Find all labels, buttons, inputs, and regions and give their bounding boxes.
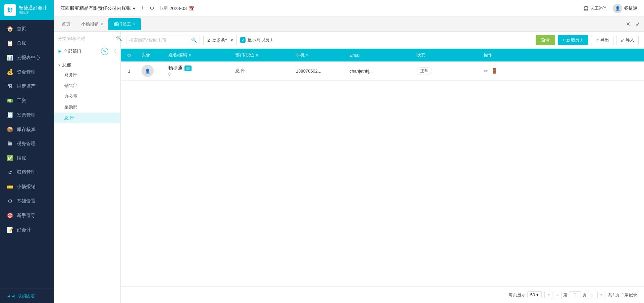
- edit-employee-btn[interactable]: ✏: [484, 68, 488, 74]
- settings-icon: ⚙: [7, 198, 13, 204]
- tax-icon: 🏛: [7, 141, 13, 147]
- sidebar-item-funds[interactable]: 💰 资金管理: [0, 65, 54, 79]
- add-company-btn[interactable]: +: [141, 5, 144, 12]
- dept-item-sales[interactable]: 销售部: [54, 80, 120, 91]
- company-settings-btn[interactable]: ⚙: [150, 5, 154, 11]
- company-selector[interactable]: 江西服宝精品有限责任公司内账张 ▾: [60, 5, 135, 11]
- search-icon[interactable]: 🔍: [191, 37, 197, 43]
- row-actions: ✏ 🚪: [480, 61, 644, 81]
- dept-item-general[interactable]: 总 部: [54, 113, 120, 123]
- tab-home[interactable]: 首页: [56, 18, 76, 30]
- chevron-down-icon: ▾: [133, 6, 135, 11]
- close-all-tabs-btn[interactable]: ✕: [625, 19, 632, 29]
- headset-icon: 🎧: [583, 6, 589, 11]
- avatar-icon: 👤: [615, 6, 620, 11]
- cancel-fixed-btn[interactable]: ◄◄ 取消固定: [0, 289, 54, 303]
- col-settings[interactable]: ⚙: [121, 49, 138, 61]
- dept-header: ⊞ 全部部门 ✎ 《: [54, 45, 120, 58]
- dept-group-root: ▼ 总部: [54, 61, 120, 70]
- prev-page-btn[interactable]: ‹: [554, 291, 562, 299]
- sidebar-item-label: 归档管理: [17, 169, 36, 175]
- dept-item-purchase[interactable]: 采购部: [54, 102, 120, 113]
- dept-item-office[interactable]: 办公室: [54, 91, 120, 102]
- sidebar-item-label: 好会计: [17, 227, 31, 233]
- page-navigation: « ‹ 第 页 › »: [544, 291, 605, 299]
- dept-collapse-btn[interactable]: 《: [112, 48, 116, 54]
- tab-expense[interactable]: 小畅报销 ×: [76, 18, 108, 30]
- sidebar-item-inventory[interactable]: 📦 库存核算: [0, 122, 54, 137]
- sidebar-item-label: 工资: [17, 98, 26, 104]
- sidebar-item-label: 税务管理: [17, 141, 36, 147]
- sort-dept-icon: ⇅: [256, 53, 258, 57]
- show-resigned-checkbox[interactable]: ✓ 显示离职员工: [240, 37, 274, 43]
- tab-dept-employee[interactable]: 部门员工 ×: [108, 18, 141, 30]
- tab-label: 首页: [62, 21, 70, 27]
- dept-tree: ▼ 总部 财务部 销售部 办公室 采购部 总 部: [54, 58, 120, 303]
- first-page-btn[interactable]: «: [544, 291, 552, 299]
- per-page-select[interactable]: 50 ▾: [527, 291, 542, 298]
- logo-title: 畅捷通好会计: [19, 5, 47, 11]
- add-employee-btn[interactable]: + 新增员工: [558, 35, 588, 45]
- col-action: 操作: [480, 49, 644, 61]
- user-menu[interactable]: 👤 畅捷通: [613, 4, 637, 13]
- home-icon: 🏠: [7, 26, 13, 32]
- employee-search-input[interactable]: [129, 38, 189, 43]
- sidebar-item-label: 发票管理: [17, 112, 36, 118]
- logo-subtitle: 旗舰版: [19, 10, 47, 15]
- settings-icon: ⚙: [127, 53, 131, 58]
- import-btn[interactable]: ↙ 导入: [616, 35, 639, 45]
- col-name[interactable]: 姓名/编码 ⇅: [164, 49, 231, 61]
- avatar: 👤: [613, 4, 622, 13]
- export-btn[interactable]: ↗ 导出: [591, 35, 613, 45]
- tab-close-expense[interactable]: ×: [101, 22, 103, 27]
- row-status: 正常: [413, 61, 480, 81]
- sidebar-item-ledger[interactable]: 📋 总账: [0, 36, 54, 50]
- status-badge: 正常: [417, 67, 432, 75]
- col-dept[interactable]: 部门/职位 ⇅: [231, 49, 292, 61]
- dept-arrow-icon[interactable]: ▼: [58, 63, 61, 67]
- tab-label: 部门员工: [114, 21, 131, 27]
- export-icon: ↗: [595, 38, 599, 43]
- employee-table-wrap: ⚙ 头像 姓名/编码 ⇅ 部门/职位: [121, 49, 644, 286]
- sidebar-item-reports[interactable]: 📊 云报表中心: [0, 50, 54, 65]
- dept-search-box: 🔍: [54, 32, 120, 45]
- col-phone[interactable]: 手机 ⇅: [292, 49, 345, 61]
- filter-label: 更多条件: [212, 37, 229, 43]
- sidebar-item-guide[interactable]: 🎯 新手引导: [0, 208, 54, 223]
- last-page-btn[interactable]: »: [597, 291, 605, 299]
- sidebar-item-invoice[interactable]: 🧾 发票管理: [0, 108, 54, 122]
- row-avatar: 👤: [138, 61, 164, 81]
- filter-btn[interactable]: ⊿ 更多条件 ▾: [203, 35, 237, 45]
- tabs-bar: 首页 小畅报销 × 部门员工 × ✕ ⤢: [54, 17, 644, 32]
- sidebar-item-tax[interactable]: 🏛 税务管理: [0, 137, 54, 151]
- period-label: 账期: [160, 5, 168, 11]
- employee-table: ⚙ 头像 姓名/编码 ⇅ 部门/职位: [121, 49, 644, 81]
- dept-search-input[interactable]: [58, 36, 114, 41]
- tab-close-dept[interactable]: ×: [133, 22, 136, 27]
- page-label: 第: [563, 292, 568, 298]
- dept-grid-icon: ⊞: [58, 49, 62, 54]
- next-page-btn[interactable]: ›: [588, 291, 596, 299]
- sidebar-item-home[interactable]: 🏠 首页: [0, 21, 54, 36]
- sidebar-item-settings[interactable]: ⚙ 基础设置: [0, 194, 54, 208]
- dept-edit-btn[interactable]: ✎: [101, 48, 108, 55]
- sidebar-item-archive[interactable]: 🗂 归档管理: [0, 165, 54, 179]
- sidebar-item-label: 小畅报销: [17, 184, 36, 190]
- invite-btn[interactable]: 邀请: [536, 35, 555, 45]
- sidebar-item-payroll[interactable]: 💵 工资: [0, 93, 54, 108]
- import-icon: ↙: [621, 38, 624, 43]
- dept-item-finance[interactable]: 财务部: [54, 70, 120, 80]
- help-btn[interactable]: 🎧 人工咨询: [583, 5, 607, 11]
- sidebar-item-expense[interactable]: 💳 小畅报销: [0, 179, 54, 194]
- sidebar-item-close[interactable]: ✅ 结账: [0, 151, 54, 165]
- import-label: 导入: [626, 37, 634, 43]
- sidebar-item-assets[interactable]: 🏗 固定资产: [0, 79, 54, 93]
- col-status: 状态: [413, 49, 480, 61]
- sidebar-item-accounting[interactable]: 📝 好会计: [0, 223, 54, 237]
- sidebar-item-label: 新手引导: [17, 213, 36, 219]
- reports-icon: 📊: [7, 54, 13, 61]
- page-input[interactable]: [569, 291, 581, 298]
- logout-employee-btn[interactable]: 🚪: [491, 68, 498, 74]
- expand-tabs-btn[interactable]: ⤢: [634, 19, 641, 29]
- close-period-icon: ✅: [7, 155, 13, 161]
